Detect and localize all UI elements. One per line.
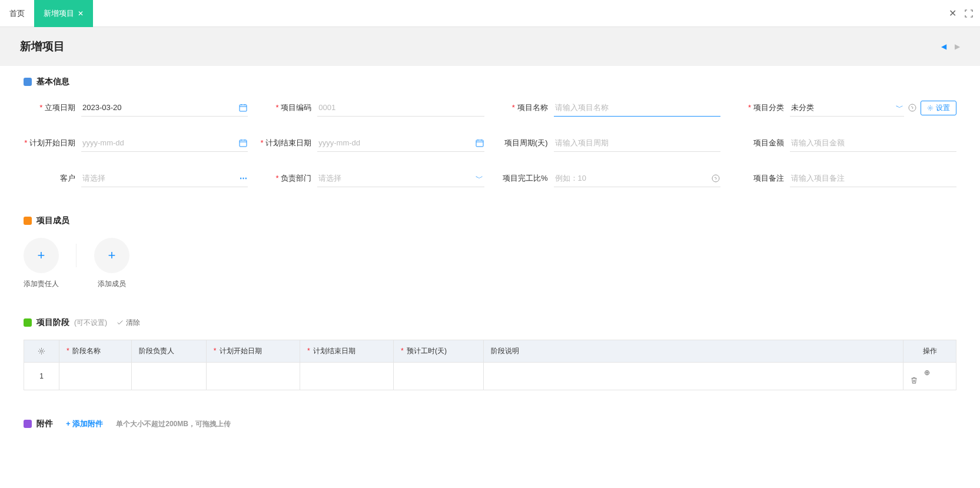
section-attachments: 附件 + 添加附件 单个大小不超过200MB，可拖拽上传: [0, 408, 980, 459]
customer-select[interactable]: [81, 171, 236, 185]
project-name-input[interactable]: [554, 100, 720, 115]
row-index: 1: [24, 363, 59, 390]
label-plan-start: 计划开始日期: [24, 138, 81, 148]
section-marker-icon: [24, 78, 32, 86]
svg-point-1: [909, 104, 916, 111]
chevron-down-icon[interactable]: ﹀: [895, 103, 904, 112]
th-plan-end: 计划结束日期: [300, 340, 393, 363]
label-project-code: 项目编码: [260, 102, 317, 113]
close-icon[interactable]: ✕: [949, 8, 956, 19]
svg-point-5: [712, 175, 719, 182]
svg-point-6: [41, 350, 43, 353]
create-date-input[interactable]: [81, 100, 236, 115]
cell-plan-end[interactable]: [300, 363, 393, 390]
calendar-icon[interactable]: [238, 138, 248, 148]
page-title: 新增项目: [20, 39, 65, 54]
project-category-select[interactable]: [790, 100, 892, 115]
plan-end-input[interactable]: [317, 135, 472, 150]
label-plan-end: 计划结束日期: [260, 138, 317, 148]
cell-stage-owner[interactable]: [132, 363, 206, 390]
tab-new-project[interactable]: 新增项目✕: [34, 0, 93, 27]
label-project-name: 项目名称: [496, 102, 554, 113]
label-remark: 项目备注: [732, 173, 790, 184]
cell-stage-desc[interactable]: [484, 363, 903, 390]
calendar-icon[interactable]: [475, 138, 484, 148]
svg-rect-0: [240, 105, 247, 111]
plan-start-input[interactable]: [81, 135, 236, 150]
section-marker-icon: [24, 217, 32, 225]
th-ops: 操作: [903, 340, 956, 363]
more-icon[interactable]: ⋯: [238, 174, 248, 183]
svg-point-2: [929, 107, 931, 108]
table-row: 1 ⊕: [24, 363, 956, 390]
stages-table: 阶段名称 阶段负责人 计划开始日期 计划结束日期 预计工时(天) 阶段说明 操作…: [24, 340, 956, 390]
dept-select[interactable]: [317, 171, 472, 185]
label-project-amount: 项目金额: [732, 138, 790, 148]
completion-input[interactable]: [554, 171, 709, 185]
add-member-label: 添加成员: [98, 279, 126, 289]
attachment-hint: 单个大小不超过200MB，可拖拽上传: [116, 419, 231, 429]
cell-est-hours[interactable]: [394, 363, 484, 390]
nav-prev-icon[interactable]: ◀: [941, 42, 946, 51]
clear-stages-button[interactable]: 清除: [117, 318, 140, 328]
th-gear[interactable]: [24, 340, 59, 363]
label-dept: 负责部门: [260, 173, 317, 184]
add-owner-label: 添加责任人: [24, 279, 59, 289]
th-stage-desc: 阶段说明: [484, 340, 903, 363]
add-row-icon[interactable]: ⊕: [924, 369, 930, 377]
svg-rect-4: [476, 140, 483, 147]
remark-input[interactable]: [790, 171, 956, 185]
label-completion: 项目完工比%: [496, 173, 554, 184]
fullscreen-icon[interactable]: [965, 9, 973, 18]
add-attachment-button[interactable]: + 添加附件: [66, 419, 103, 429]
section-members: 项目成员 + 添加责任人 + 添加成员: [0, 205, 980, 307]
calendar-icon[interactable]: [238, 103, 248, 112]
project-period-input[interactable]: [554, 135, 720, 150]
cell-stage-name[interactable]: [59, 363, 132, 390]
add-member-button[interactable]: +: [94, 238, 129, 273]
section-marker-icon: [24, 420, 32, 428]
delete-row-icon[interactable]: [911, 377, 949, 384]
help-icon[interactable]: [908, 103, 917, 112]
label-project-category: 项目分类: [732, 102, 790, 113]
th-stage-owner: 阶段负责人: [132, 340, 206, 363]
project-amount-input[interactable]: [790, 135, 956, 150]
label-create-date: 立项日期: [24, 102, 81, 113]
project-code-input[interactable]: [317, 100, 484, 115]
tab-home[interactable]: 首页: [0, 0, 34, 27]
section-marker-icon: [24, 318, 32, 327]
add-owner-button[interactable]: +: [24, 238, 59, 273]
settings-button[interactable]: 设置: [921, 101, 956, 115]
section-stages: 项目阶段 (可不设置) 清除 阶段名称 阶段负责人 计划开始日期 计划结束日期 …: [0, 307, 980, 408]
th-est-hours: 预计工时(天): [394, 340, 484, 363]
label-project-period: 项目周期(天): [496, 138, 554, 148]
chevron-down-icon[interactable]: ﹀: [475, 174, 484, 183]
page-header: 新增项目 ◀ ▶: [0, 27, 980, 66]
label-customer: 客户: [24, 173, 81, 184]
help-icon[interactable]: [711, 174, 720, 183]
th-stage-name: 阶段名称: [59, 340, 132, 363]
th-plan-start: 计划开始日期: [206, 340, 300, 363]
cell-plan-start[interactable]: [206, 363, 300, 390]
nav-next-icon[interactable]: ▶: [955, 42, 960, 51]
close-icon[interactable]: ✕: [78, 9, 84, 18]
tab-bar: 首页 新增项目✕ ✕: [0, 0, 980, 27]
section-basic-info: 基本信息 立项日期 项目编码 项目名称 项目分类 ﹀: [0, 66, 980, 205]
svg-rect-3: [240, 140, 247, 147]
